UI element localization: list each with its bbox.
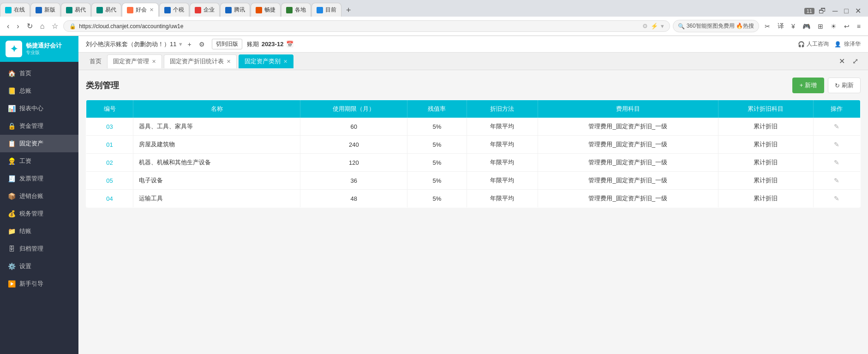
tab-depreciation[interactable]: 固定资产折旧统计表 ✕ — [164, 54, 237, 68]
undo-icon[interactable]: ↩ — [841, 21, 852, 32]
row-method-4: 年限平均 — [467, 190, 538, 208]
close-tab-button[interactable]: ✕ — [837, 55, 847, 67]
invoice-icon: 🧾 — [7, 174, 16, 183]
tab-label: 新版 — [44, 6, 55, 14]
tab-label: 企业 — [204, 6, 215, 14]
row-code-0[interactable]: 03 — [86, 118, 133, 136]
row-action-2[interactable]: ✎ — [813, 154, 860, 172]
row-expense-1: 管理费用_固定资产折旧_一级 — [538, 136, 718, 154]
menu-icon[interactable]: ≡ — [854, 21, 863, 32]
consult-button[interactable]: 🎧 人工咨询 — [798, 40, 829, 48]
row-action-0[interactable]: ✎ — [813, 118, 860, 136]
browser-tab-gedi[interactable]: 各地 — [281, 3, 311, 17]
reload-button[interactable]: ↻ — [24, 20, 35, 32]
row-action-1[interactable]: ✎ — [813, 136, 860, 154]
browser-tab-haohui[interactable]: 好会 ✕ — [122, 3, 159, 17]
sidebar-item-funds[interactable]: 🔒 资金管理 — [0, 117, 78, 135]
dropdown-icon[interactable]: ▾ — [661, 23, 664, 30]
edit-icon-3[interactable]: ✎ — [834, 177, 839, 184]
sidebar-item-guide[interactable]: ▶️ 新手引导 — [0, 275, 78, 293]
sidebar-item-inventory[interactable]: 📦 进销台账 — [0, 187, 78, 205]
row-action-4[interactable]: ✎ — [813, 190, 860, 208]
browser-tab-yidai2[interactable]: 易代 — [91, 3, 121, 17]
browser-tab-geshui[interactable]: 个税 — [159, 3, 189, 17]
game-icon[interactable]: 🎮 — [800, 21, 813, 32]
browser-tab-changjie[interactable]: 畅捷 — [251, 3, 281, 17]
sidebar-item-tax[interactable]: 💰 税务管理 — [0, 205, 78, 222]
tab-asset-mgmt[interactable]: 固定资产管理 ✕ — [107, 54, 162, 68]
bookmark-button[interactable]: ☆ — [49, 20, 60, 32]
edit-icon-1[interactable]: ✎ — [834, 141, 839, 148]
url-box[interactable]: 🔒 https://cloud.chanjet.com/accounting/u… — [63, 20, 670, 32]
currency-icon[interactable]: ¥ — [789, 21, 798, 32]
tab-asset-category-close[interactable]: ✕ — [283, 59, 287, 65]
edit-icon-4[interactable]: ✎ — [834, 195, 839, 202]
sidebar-item-funds-label: 资金管理 — [19, 122, 43, 130]
browser-tab-muqian[interactable]: 目前 — [311, 3, 341, 17]
sidebar-item-checkout[interactable]: 📁 结账 — [0, 222, 78, 240]
forward-button[interactable]: › — [14, 21, 21, 32]
edit-icon-2[interactable]: ✎ — [834, 159, 839, 166]
tab-actions: ✕ ⤢ — [837, 55, 861, 67]
translate-icon[interactable]: 译 — [775, 20, 787, 32]
refresh-icon: ↻ — [835, 82, 840, 89]
minimize-button[interactable]: ─ — [830, 6, 840, 17]
sidebar-item-archive[interactable]: 🗄 归档管理 — [0, 240, 78, 258]
browser-tab-zaixin[interactable]: 在线 — [0, 3, 30, 17]
top-right: 🎧 人工咨询 👤 徐泽华 — [798, 40, 861, 48]
add-account-button[interactable]: + — [185, 39, 193, 49]
toolbar-icons: ✂ 译 ¥ 🎮 ⊞ ☀ ↩ ≡ — [762, 20, 863, 32]
sidebar-item-invoice-label: 发票管理 — [19, 174, 43, 183]
sidebar-item-ledger[interactable]: 📒 总账 — [0, 82, 78, 100]
tab-depreciation-close[interactable]: ✕ — [227, 59, 231, 65]
browser-tab-xinban[interactable]: 新版 — [30, 3, 60, 17]
row-code-2[interactable]: 02 — [86, 154, 133, 172]
sidebar-item-invoice[interactable]: 🧾 发票管理 — [0, 170, 78, 187]
sidebar-item-home[interactable]: 🏠 首页 — [0, 65, 78, 82]
maximize-button[interactable]: □ — [842, 6, 851, 17]
new-tab-button[interactable]: + — [344, 4, 353, 17]
browser-tab-yidai1[interactable]: 易代 — [61, 3, 91, 17]
restore-window-button[interactable]: 🗗 — [816, 6, 828, 17]
browser-tab-tengxun[interactable]: 腾讯 — [220, 3, 250, 17]
table-row: 03 器具、工具、家具等 60 5% 年限平均 管理费用_固定资产折旧_一级 累… — [86, 118, 861, 136]
back-button[interactable]: ‹ — [5, 21, 12, 32]
expand-tab-button[interactable]: ⤢ — [850, 55, 861, 67]
sidebar-item-salary[interactable]: 👷 工资 — [0, 152, 78, 170]
user-menu[interactable]: 👤 徐泽华 — [834, 40, 861, 48]
switch-version-button[interactable]: 切到旧版 — [212, 39, 242, 49]
search-box[interactable]: 🔍 360智能抠图免费用 🔥热搜 — [673, 20, 759, 32]
row-code-1[interactable]: 01 — [86, 136, 133, 154]
dropdown-arrow-icon[interactable]: ▾ — [179, 41, 182, 48]
row-period-0: 60 — [300, 118, 407, 136]
fixed-assets-icon: 📋 — [7, 139, 16, 148]
sidebar-item-reports[interactable]: 📊 报表中心 — [0, 100, 78, 117]
tab-close-icon[interactable]: ✕ — [150, 7, 154, 13]
refresh-button[interactable]: ↻ 刷新 — [828, 78, 861, 93]
brightness-icon[interactable]: ☀ — [828, 21, 839, 32]
row-method-1: 年限平均 — [467, 136, 538, 154]
row-residual-3: 5% — [407, 172, 467, 190]
row-code-3[interactable]: 05 — [86, 172, 133, 190]
add-category-button[interactable]: + 新增 — [792, 78, 824, 93]
tab-asset-category[interactable]: 固定资产类别 ✕ — [239, 54, 293, 68]
tab-label: 畅捷 — [264, 6, 275, 14]
row-code-4[interactable]: 04 — [86, 190, 133, 208]
edit-icon-0[interactable]: ✎ — [834, 123, 839, 130]
scissors-icon[interactable]: ✂ — [762, 21, 773, 32]
breadcrumb-home[interactable]: 首页 — [86, 55, 105, 67]
settings-gear-button[interactable]: ⚙ — [197, 39, 207, 49]
sidebar-item-settings[interactable]: ⚙️ 设置 — [0, 258, 78, 275]
tab-asset-mgmt-close[interactable]: ✕ — [152, 59, 156, 65]
sidebar-item-fixed-assets[interactable]: 📋 固定资产 — [0, 135, 78, 152]
home-button[interactable]: ⌂ — [38, 21, 47, 32]
funds-icon: 🔒 — [7, 122, 16, 130]
tab-label: 在线 — [14, 6, 25, 14]
close-window-button[interactable]: ✕ — [853, 5, 863, 17]
row-accumulated-0: 累计折旧 — [718, 118, 813, 136]
grid-icon[interactable]: ⊞ — [815, 21, 826, 32]
calendar-icon[interactable]: 📅 — [286, 41, 293, 48]
row-action-3[interactable]: ✎ — [813, 172, 860, 190]
table-header: 编号 名称 使用期限（月） 残值率 折旧方法 费用科目 累计折旧科目 操作 — [86, 100, 861, 118]
browser-tab-qiye[interactable]: 企业 — [190, 3, 220, 17]
